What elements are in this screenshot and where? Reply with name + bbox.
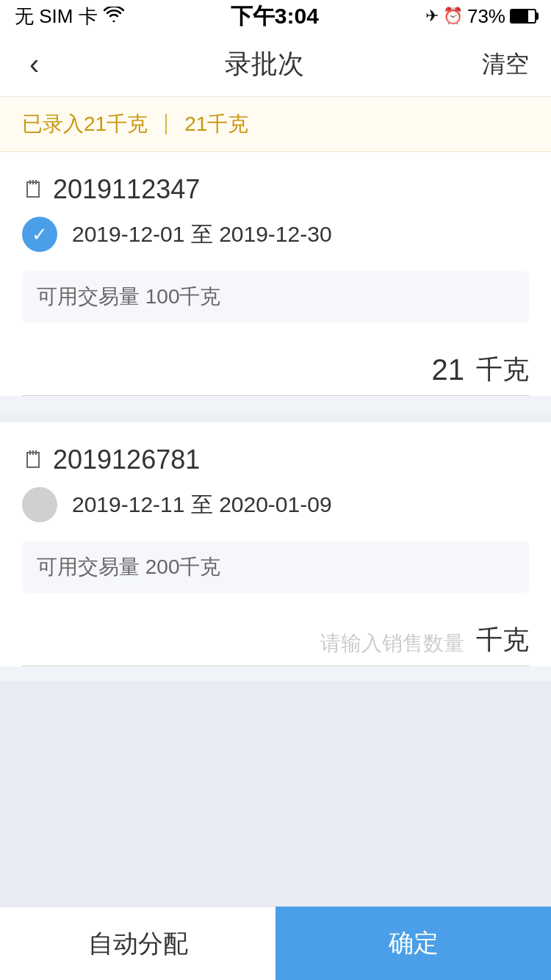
- page-title: 录批次: [225, 46, 304, 82]
- wifi-icon: [104, 5, 124, 28]
- bottom-spacer: [0, 681, 551, 916]
- bottom-bar: 自动分配 确定: [0, 907, 551, 980]
- batch1-amount-row: 千克: [0, 337, 551, 395]
- batch1-unit: 千克: [476, 352, 529, 388]
- summary-bar: 已录入21千克 21千克: [0, 97, 551, 152]
- no-sim-label: 无 SIM 卡: [15, 4, 98, 29]
- battery-label: 73%: [467, 5, 505, 28]
- batch1-amount-input[interactable]: [93, 353, 464, 386]
- batch1-header: 🗒 2019112347: [0, 152, 551, 205]
- batch1-date-range: 2019-12-01 至 2019-12-30: [72, 220, 332, 250]
- batch1-radio[interactable]: ✓: [22, 217, 57, 252]
- battery-icon: [510, 9, 536, 24]
- batch2-amount-row: 千克: [0, 608, 551, 666]
- back-button[interactable]: ‹: [22, 40, 46, 88]
- batch1-number: 2019112347: [53, 174, 200, 205]
- batch1-card: 🗒 2019112347 ✓ 2019-12-01 至 2019-12-30 可…: [0, 152, 551, 396]
- nav-bar: ‹ 录批次 清空: [0, 32, 551, 97]
- status-bar: 无 SIM 卡 下午3:04 ✈ ⏰ 73%: [0, 0, 551, 32]
- batch2-amount-input[interactable]: [93, 624, 464, 657]
- status-time: 下午3:04: [231, 1, 319, 32]
- batch2-available: 可用交易量 200千克: [22, 541, 529, 593]
- batch2-number: 2019126781: [53, 444, 200, 475]
- batch2-card: 🗒 2019126781 2019-12-11 至 2020-01-09 可用交…: [0, 422, 551, 666]
- batch2-date-range: 2019-12-11 至 2020-01-09: [72, 490, 332, 520]
- location-icon: ✈: [425, 7, 439, 26]
- alarm-icon: ⏰: [443, 7, 463, 26]
- batch1-underline: [22, 395, 529, 396]
- summary-amount: 21千克: [184, 110, 248, 138]
- status-right: ✈ ⏰ 73%: [425, 5, 536, 28]
- batch1-available: 可用交易量 100千克: [22, 271, 529, 323]
- summary-divider: [165, 114, 167, 134]
- batch2-header: 🗒 2019126781: [0, 422, 551, 475]
- batch1-icon: 🗒: [22, 176, 46, 203]
- batch2-icon: 🗒: [22, 447, 46, 474]
- section-divider: [0, 411, 551, 422]
- batch2-select-row[interactable]: 2019-12-11 至 2020-01-09: [0, 487, 551, 530]
- batch2-unit: 千克: [476, 622, 529, 658]
- batch2-radio[interactable]: [22, 487, 57, 522]
- check-icon: ✓: [32, 223, 48, 246]
- clear-button[interactable]: 清空: [482, 48, 529, 81]
- batch2-underline: [22, 666, 529, 666]
- recorded-label: 已录入21千克: [22, 110, 148, 138]
- batch1-select-row[interactable]: ✓ 2019-12-01 至 2019-12-30: [0, 217, 551, 259]
- auto-distribute-button[interactable]: 自动分配: [0, 907, 276, 980]
- confirm-button[interactable]: 确定: [276, 907, 551, 980]
- status-left: 无 SIM 卡: [15, 4, 124, 29]
